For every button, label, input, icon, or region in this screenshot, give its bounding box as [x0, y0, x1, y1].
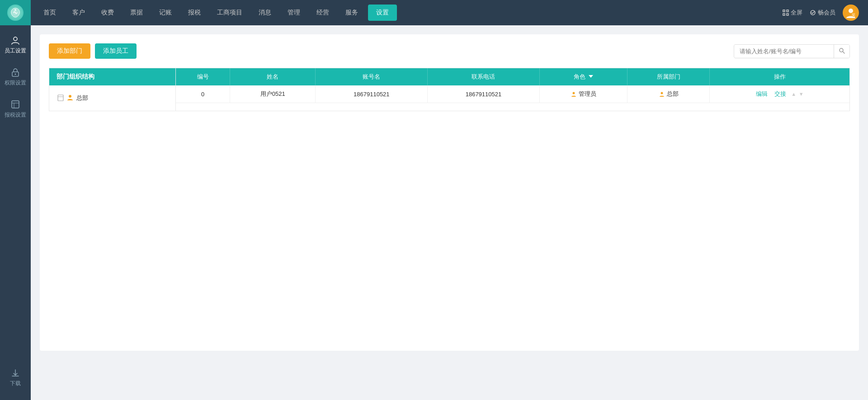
nav-item-bookkeeping[interactable]: 记账	[151, 0, 180, 25]
search-box	[734, 44, 850, 58]
fullscreen-label: 全屏	[791, 9, 802, 17]
scroll-down-btn[interactable]: ▼	[799, 91, 804, 97]
member-icon	[810, 9, 816, 16]
sidebar-staff-label: 员工设置	[5, 47, 26, 55]
fullscreen-button[interactable]: 全屏	[783, 9, 802, 17]
top-navigation: 首页 客户 收费 票据 记账 报税 工商项目 消息 管理 经营 服务 设置 全屏	[0, 0, 868, 25]
role-with-icon: 管理员	[545, 90, 622, 98]
table-row: 0 用户0521 18679110521 18679110521	[176, 85, 849, 103]
role-label: 管理员	[579, 90, 596, 98]
nav-item-fee[interactable]: 收费	[93, 0, 122, 25]
tree-panel: 部门组织结构	[49, 68, 176, 111]
tree-root-label: 总部	[76, 94, 88, 102]
fullscreen-icon	[783, 9, 789, 16]
cell-no: 0	[176, 85, 230, 103]
action-separator	[770, 90, 772, 97]
nav-item-client[interactable]: 客户	[64, 0, 93, 25]
svg-rect-17	[58, 95, 63, 101]
nav-item-manage[interactable]: 管理	[279, 0, 308, 25]
svg-point-11	[15, 74, 16, 75]
col-phone: 联系电话	[428, 68, 540, 85]
cell-phone: 18679110521	[428, 85, 540, 103]
sidebar-permission-label: 权限设置	[5, 79, 26, 87]
content-area: 添加部门 添加员工 部门组织结构	[31, 25, 868, 400]
cell-name: 用户0521	[230, 85, 316, 103]
sidebar-download[interactable]: 下载	[8, 362, 23, 393]
avatar[interactable]: 笑	[843, 5, 859, 21]
nav-item-home[interactable]: 首页	[35, 0, 64, 25]
scroll-up-btn[interactable]: ▲	[791, 91, 796, 97]
cell-account: 18679110521	[316, 85, 428, 103]
search-button[interactable]	[834, 45, 849, 58]
cell-dept: 总部	[627, 85, 710, 103]
svg-point-15	[840, 48, 843, 52]
tree-header: 部门组织结构	[49, 68, 175, 85]
nav-items: 首页 客户 收费 票据 记账 报税 工商项目 消息 管理 经营 服务 设置	[31, 0, 783, 25]
nav-item-operation[interactable]: 经营	[308, 0, 337, 25]
svg-text:笑: 笑	[852, 13, 855, 17]
search-icon	[839, 47, 845, 54]
table-panel: 编号 姓名 账号名 联系电话 角色	[176, 68, 849, 111]
handover-link[interactable]: 交接	[774, 90, 786, 97]
file-icon	[57, 94, 64, 103]
nav-item-bill[interactable]: 票据	[122, 0, 151, 25]
table-header-row: 编号 姓名 账号名 联系电话 角色	[176, 68, 849, 85]
role-person-icon	[571, 91, 577, 97]
nav-item-service[interactable]: 服务	[337, 0, 366, 25]
avatar-icon: 笑	[844, 6, 857, 19]
toolbar: 添加部门 添加员工	[49, 43, 850, 59]
cell-role: 管理员	[539, 85, 627, 103]
svg-point-19	[69, 95, 71, 98]
filter-triangle-icon	[589, 74, 593, 79]
logo-icon	[7, 5, 24, 21]
svg-point-9	[14, 37, 17, 41]
search-input[interactable]	[734, 45, 834, 57]
add-dept-button[interactable]: 添加部门	[49, 43, 90, 59]
nav-item-settings[interactable]: 设置	[368, 5, 397, 21]
svg-point-21	[572, 92, 575, 94]
two-column-layout: 部门组织结构	[49, 68, 850, 111]
svg-rect-1	[783, 10, 785, 12]
col-role: 角色	[539, 68, 627, 85]
nav-item-message[interactable]: 消息	[250, 0, 279, 25]
permission-icon	[10, 67, 20, 77]
dept-label: 总部	[667, 90, 679, 98]
member-button[interactable]: 畅会员	[810, 9, 835, 17]
edit-link[interactable]: 编辑	[756, 90, 768, 97]
folder-icon	[57, 94, 64, 101]
svg-rect-3	[783, 14, 785, 15]
employee-table: 编号 姓名 账号名 联系电话 角色	[176, 68, 849, 103]
sidebar-bottom: 下载	[8, 362, 23, 393]
sidebar-download-label: 下载	[10, 380, 21, 387]
role-filter-icon[interactable]	[589, 73, 593, 80]
svg-point-6	[849, 9, 853, 13]
svg-point-0	[14, 9, 16, 11]
col-name: 姓名	[230, 68, 316, 85]
nav-item-business[interactable]: 工商项目	[209, 0, 250, 25]
sidebar-taxsetting-label: 报税设置	[5, 111, 26, 119]
main-layout: 员工设置 权限设置 报税设置 下载	[0, 25, 868, 400]
left-sidebar: 员工设置 权限设置 报税设置 下载	[0, 25, 31, 400]
svg-rect-12	[12, 101, 19, 108]
nav-item-tax[interactable]: 报税	[180, 0, 209, 25]
col-no: 编号	[176, 68, 230, 85]
dept-person-icon	[66, 94, 74, 101]
sidebar-item-permission[interactable]: 权限设置	[0, 62, 31, 92]
tree-body: 总部	[49, 85, 175, 111]
col-account: 账号名	[316, 68, 428, 85]
sidebar-item-staff[interactable]: 员工设置	[0, 30, 31, 60]
dept-person-icon-sm	[659, 91, 665, 97]
add-staff-button[interactable]: 添加员工	[95, 43, 137, 59]
sidebar-item-taxsetting[interactable]: 报税设置	[0, 94, 31, 124]
svg-rect-2	[787, 10, 788, 12]
col-dept: 所属部门	[627, 68, 710, 85]
col-action: 操作	[710, 68, 849, 85]
nav-right: 全屏 畅会员 笑	[783, 5, 868, 21]
staff-icon	[10, 35, 20, 45]
dept-with-icon: 总部	[633, 90, 704, 98]
tree-item-root[interactable]: 总部	[54, 90, 171, 106]
dept-user-icon	[66, 94, 74, 103]
svg-line-16	[843, 52, 845, 53]
svg-marker-20	[589, 75, 593, 78]
content-inner: 添加部门 添加员工 部门组织结构	[40, 34, 859, 351]
